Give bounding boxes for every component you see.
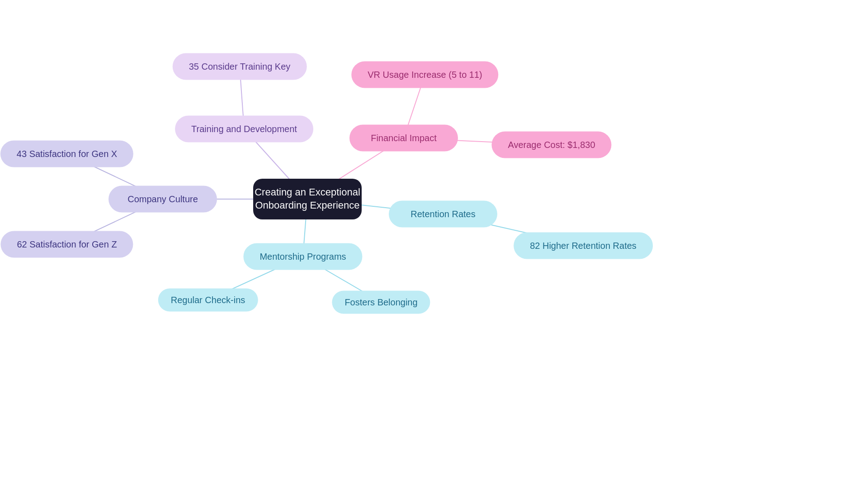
node-gen-z[interactable]: 62 Satisfaction for Gen Z (0, 231, 133, 258)
node-financial-impact[interactable]: Financial Impact (349, 125, 458, 152)
node-avg-cost[interactable]: Average Cost: $1,830 (491, 132, 611, 158)
node-fosters-belonging[interactable]: Fosters Belonging (332, 291, 430, 314)
node-training-dev[interactable]: Training and Development (175, 116, 313, 143)
node-consider-training[interactable]: 35 Consider Training Key (173, 53, 307, 80)
node-higher-retention[interactable]: 82 Higher Retention Rates (514, 233, 653, 259)
mind-map: Creating an Exceptional Onboarding Exper… (0, 0, 868, 490)
center-node[interactable]: Creating an Exceptional Onboarding Exper… (253, 179, 362, 219)
node-vr-usage[interactable]: VR Usage Increase (5 to 11) (351, 62, 498, 88)
node-gen-x[interactable]: 43 Satisfaction for Gen X (0, 141, 133, 167)
node-mentorship[interactable]: Mentorship Programs (243, 243, 362, 270)
node-regular-checkins[interactable]: Regular Check-ins (158, 289, 258, 312)
node-retention-rates[interactable]: Retention Rates (389, 201, 497, 228)
node-company-culture[interactable]: Company Culture (108, 186, 217, 213)
